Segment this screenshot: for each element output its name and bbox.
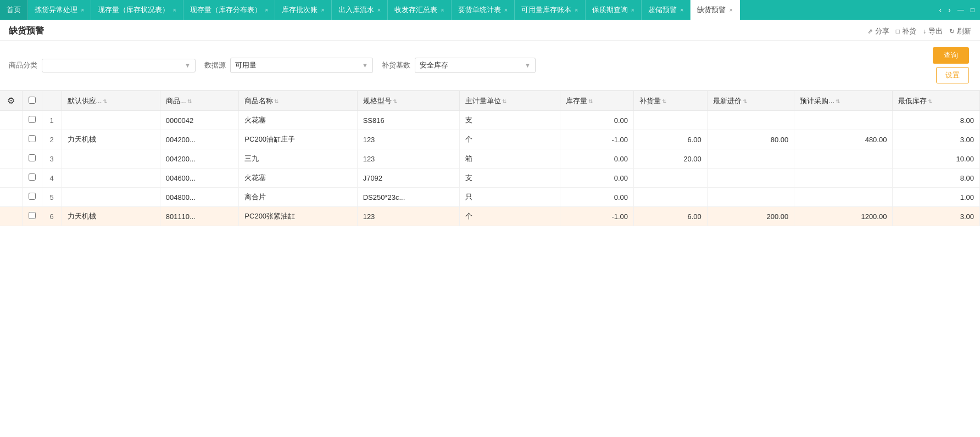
filter-bar: 商品分类 ▼ 数据源 可用量 ▼ 补货基数 安全库存 ▼ 查询 设置 bbox=[0, 41, 980, 90]
table-container: ⚙默认供应...⇅商品...⇅商品名称⇅规格型号⇅主计量单位⇅库存量⇅补货量⇅最… bbox=[0, 91, 980, 226]
row-checkbox-cell[interactable] bbox=[22, 130, 42, 149]
cell-min_stock: 1.00 bbox=[893, 188, 980, 207]
tab-maximize-btn[interactable]: □ bbox=[967, 4, 978, 16]
row-checkbox[interactable] bbox=[29, 173, 36, 181]
sort-icon: ⇅ bbox=[502, 98, 506, 104]
row-checkbox[interactable] bbox=[29, 193, 36, 200]
cell-default_supplier: 力天机械 bbox=[62, 207, 160, 226]
sort-icon: ⇅ bbox=[103, 98, 107, 104]
datasource-select[interactable]: 可用量 ▼ bbox=[230, 58, 373, 73]
select-all-checkbox[interactable] bbox=[29, 97, 36, 104]
tab-close-btn[interactable]: × bbox=[265, 7, 268, 13]
row-checkbox[interactable] bbox=[29, 116, 36, 123]
cell-spec: 123 bbox=[357, 130, 459, 149]
datasource-value: 可用量 bbox=[235, 60, 257, 70]
tab-close-btn[interactable]: × bbox=[680, 7, 683, 13]
tab-order-stats[interactable]: 要货单统计表× bbox=[452, 0, 515, 20]
col-spec[interactable]: 规格型号⇅ bbox=[357, 91, 459, 111]
data-table: ⚙默认供应...⇅商品...⇅商品名称⇅规格型号⇅主计量单位⇅库存量⇅补货量⇅最… bbox=[0, 91, 980, 226]
table-row[interactable]: 3004200...三九123箱0.0020.0010.00 bbox=[0, 149, 980, 169]
cell-spec: 123 bbox=[357, 149, 459, 169]
tab-flow[interactable]: 出入库流水× bbox=[332, 0, 388, 20]
cell-goods_name: PC200张紧油缸 bbox=[239, 207, 357, 226]
row-index: 1 bbox=[42, 111, 62, 130]
col-unit[interactable]: 主计量单位⇅ bbox=[460, 91, 560, 111]
row-checkbox-cell[interactable] bbox=[22, 111, 42, 130]
tab-minimize-btn[interactable]: — bbox=[954, 4, 967, 16]
table-row[interactable]: 4004600...火花塞J7092支0.008.00 bbox=[0, 169, 980, 188]
tab-home[interactable]: 首页 bbox=[0, 0, 28, 20]
cell-latest_price bbox=[707, 111, 794, 130]
replenish-base-label: 补货基数 bbox=[382, 60, 410, 70]
row-checkbox[interactable] bbox=[29, 135, 36, 142]
cell-latest_price bbox=[707, 169, 794, 188]
cell-latest_price: 80.00 bbox=[707, 130, 794, 149]
tab-close-btn[interactable]: × bbox=[504, 7, 508, 13]
col-latest_price[interactable]: 最新进价⇅ bbox=[707, 91, 794, 111]
row-index: 2 bbox=[42, 130, 62, 149]
tab-next-btn[interactable]: › bbox=[945, 3, 954, 16]
cell-replenish_qty bbox=[634, 188, 708, 207]
tab-expiry[interactable]: 保质期查询× bbox=[586, 0, 642, 20]
replenish-base-select[interactable]: 安全库存 ▼ bbox=[415, 58, 536, 73]
tab-overstock[interactable]: 超储预警× bbox=[642, 0, 691, 20]
cell-stock: 0.00 bbox=[560, 111, 634, 130]
col-stock[interactable]: 库存量⇅ bbox=[560, 91, 634, 111]
col-gear: ⚙ bbox=[0, 91, 22, 111]
row-checkbox-cell[interactable] bbox=[22, 188, 42, 207]
col-replenish_qty[interactable]: 补货量⇅ bbox=[634, 91, 708, 111]
col-goods_name[interactable]: 商品名称⇅ bbox=[239, 91, 357, 111]
tab-close-btn[interactable]: × bbox=[81, 7, 84, 13]
refresh-btn[interactable]: ↻ 刷新 bbox=[949, 26, 971, 36]
tab-close-btn[interactable]: × bbox=[575, 7, 578, 13]
category-chevron-icon: ▼ bbox=[185, 62, 191, 69]
cell-goods_code: 004600... bbox=[160, 169, 239, 188]
table-row[interactable]: 5004800...离合片DS250*23c...只0.001.00 bbox=[0, 188, 980, 207]
settings-button[interactable]: 设置 bbox=[936, 67, 969, 83]
export-btn[interactable]: ↓ 导出 bbox=[923, 26, 943, 36]
row-checkbox[interactable] bbox=[29, 212, 36, 219]
tab-inventory-dist[interactable]: 现存量（库存分布表）× bbox=[183, 0, 275, 20]
replenish-btn[interactable]: □ 补货 bbox=[896, 26, 916, 36]
table-row[interactable]: 6力天机械801110...PC200张紧油缸123个-1.006.00200.… bbox=[0, 207, 980, 226]
row-checkbox-cell[interactable] bbox=[22, 149, 42, 169]
tab-label: 保质期查询 bbox=[592, 5, 628, 15]
tab-close-btn[interactable]: × bbox=[441, 7, 444, 13]
tab-receipt-summary[interactable]: 收发存汇总表× bbox=[388, 0, 451, 20]
tab-prev-btn[interactable]: ‹ bbox=[936, 3, 945, 16]
tab-shortage[interactable]: 缺货预警× bbox=[691, 0, 739, 20]
replenish-base-filter: 补货基数 安全库存 ▼ bbox=[382, 58, 536, 73]
tab-exception[interactable]: 拣货异常处理× bbox=[28, 0, 91, 20]
col-default_supplier[interactable]: 默认供应...⇅ bbox=[62, 91, 160, 111]
col-est_purchase[interactable]: 预计采购...⇅ bbox=[794, 91, 893, 111]
table-row[interactable]: 10000042火花塞SS816支0.008.00 bbox=[0, 111, 980, 130]
share-btn[interactable]: ⇗ 分享 bbox=[867, 26, 889, 36]
sort-icon: ⇅ bbox=[662, 98, 666, 104]
tab-close-btn[interactable]: × bbox=[321, 7, 324, 13]
cell-est_purchase bbox=[794, 169, 893, 188]
tab-batch-account[interactable]: 库存批次账× bbox=[275, 0, 331, 20]
table-row[interactable]: 2力天机械004200...PC200油缸庄子123个-1.006.0080.0… bbox=[0, 130, 980, 149]
category-select[interactable]: ▼ bbox=[42, 59, 196, 72]
tab-close-btn[interactable]: × bbox=[377, 7, 381, 13]
tab-close-btn[interactable]: × bbox=[172, 7, 176, 13]
tab-close-btn[interactable]: × bbox=[729, 7, 732, 13]
replenish-icon: □ bbox=[896, 27, 900, 35]
row-gear-cell bbox=[0, 149, 22, 169]
tab-available-ledger[interactable]: 可用量库存账本× bbox=[515, 0, 585, 20]
row-index: 6 bbox=[42, 207, 62, 226]
cell-stock: -1.00 bbox=[560, 130, 634, 149]
gear-icon[interactable]: ⚙ bbox=[7, 96, 15, 105]
category-select-text bbox=[47, 61, 185, 70]
col-goods_code[interactable]: 商品...⇅ bbox=[160, 91, 239, 111]
cell-stock: 0.00 bbox=[560, 149, 634, 169]
tab-label: 要货单统计表 bbox=[458, 5, 501, 15]
row-checkbox[interactable] bbox=[29, 154, 36, 161]
tab-label: 超储预警 bbox=[648, 5, 677, 15]
row-checkbox-cell[interactable] bbox=[22, 207, 42, 226]
tab-inventory-status[interactable]: 现存量（库存状况表）× bbox=[91, 0, 183, 20]
query-button[interactable]: 查询 bbox=[933, 47, 969, 64]
row-checkbox-cell[interactable] bbox=[22, 169, 42, 188]
tab-close-btn[interactable]: × bbox=[631, 7, 634, 13]
col-min_stock[interactable]: 最低库存⇅ bbox=[893, 91, 980, 111]
